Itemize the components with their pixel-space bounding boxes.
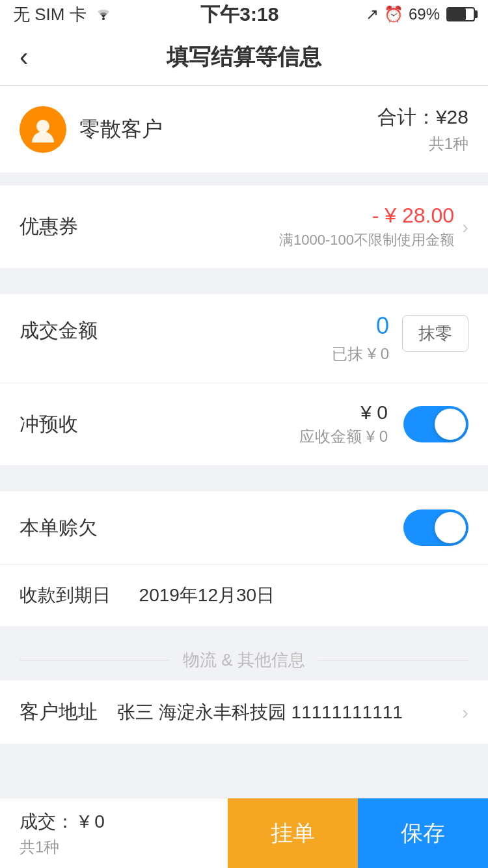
address-label: 客户地址 (20, 699, 98, 726)
debt-toggle[interactable] (403, 509, 468, 546)
customer-left: 零散客户 (20, 106, 163, 153)
prepay-label: 冲预收 (20, 411, 78, 438)
prepay-sub: 应收金额 ¥ 0 (299, 426, 388, 447)
amount-right: 0 已抹 ¥ 0 抹零 (332, 312, 468, 364)
bottom-summary: 成交： ¥ 0 共1种 (0, 809, 228, 858)
debt-toggle-knob (435, 512, 466, 543)
bottom-deal-label: 成交： (20, 811, 74, 832)
customer-section: 零散客户 合计：¥28 共1种 (0, 86, 488, 172)
prepay-toggle[interactable] (403, 406, 468, 442)
wifi-icon (93, 5, 114, 25)
prepay-value: ¥ 0 (299, 401, 388, 424)
divider-1 (0, 281, 488, 294)
coupon-right: - ¥ 28.00 满1000-100不限制使用金额 › (279, 204, 468, 250)
customer-row: 零散客户 合计：¥28 共1种 (0, 86, 488, 172)
hang-button[interactable]: 挂单 (228, 798, 358, 869)
address-value: 张三 海淀永丰科技园 11111111111 (117, 700, 462, 725)
bottom-deal-amount: ¥ 0 (79, 811, 105, 832)
location-icon: ↗ (366, 5, 379, 23)
total-count: 共1种 (377, 133, 468, 154)
address-row[interactable]: 客户地址 张三 海淀永丰科技园 11111111111 › (0, 681, 488, 744)
debt-label: 本单赊欠 (20, 515, 98, 541)
address-section: 客户地址 张三 海淀永丰科技园 11111111111 › (0, 681, 488, 744)
carrier-text: 无 SIM 卡 (13, 3, 87, 26)
status-right: ↗ ⏰ 69% (366, 5, 475, 23)
coupon-label: 优惠券 (20, 213, 78, 240)
bottom-count: 共1种 (20, 837, 208, 858)
total-amount: 合计：¥28 (377, 104, 468, 131)
prepay-right: ¥ 0 应收金额 ¥ 0 (299, 401, 468, 447)
amount-label: 成交金额 (20, 312, 98, 344)
debt-row: 本单赊欠 (0, 491, 488, 564)
alarm-icon: ⏰ (384, 5, 403, 23)
duedate-label: 收款到期日 (20, 585, 111, 605)
amount-value: 0 (332, 312, 389, 340)
prepay-row: 冲预收 ¥ 0 应收金额 ¥ 0 (0, 383, 488, 465)
battery-icon (446, 7, 475, 21)
amount-sub: 已抹 ¥ 0 (332, 344, 389, 364)
status-left: 无 SIM 卡 (13, 3, 114, 26)
svg-point-0 (102, 18, 105, 20)
duedate-row: 收款到期日 2019年12月30日 (0, 564, 488, 626)
divider-2 (0, 478, 488, 491)
coupon-discount: - ¥ 28.00 (279, 204, 454, 228)
bottom-bar: 成交： ¥ 0 共1种 挂单 保存 (0, 798, 488, 868)
page-title: 填写结算等信息 (167, 42, 321, 72)
duedate-spacer (116, 585, 134, 605)
amount-section: 成交金额 0 已抹 ¥ 0 抹零 冲预收 ¥ 0 应收金额 ¥ 0 (0, 294, 488, 465)
battery-percent: 69% (409, 5, 440, 23)
round-button[interactable]: 抹零 (402, 315, 468, 352)
bottom-deal-row: 成交： ¥ 0 (20, 809, 208, 834)
coupon-section: 优惠券 - ¥ 28.00 满1000-100不限制使用金额 › (0, 185, 488, 268)
coupon-value-block: - ¥ 28.00 满1000-100不限制使用金额 (279, 204, 454, 250)
prepay-value-block: ¥ 0 应收金额 ¥ 0 (299, 401, 388, 447)
save-button[interactable]: 保存 (358, 798, 488, 869)
duedate-value: 2019年12月30日 (139, 585, 275, 605)
svg-point-1 (36, 120, 49, 133)
customer-name: 零散客户 (79, 115, 163, 144)
content: 零散客户 合计：¥28 共1种 优惠券 - ¥ 28.00 满1000-100不… (0, 86, 488, 835)
back-button[interactable]: ‹ (20, 42, 28, 72)
duedate-text: 收款到期日 2019年12月30日 (20, 585, 275, 605)
logistics-label: 物流 & 其他信息 (170, 649, 318, 671)
logistics-divider: 物流 & 其他信息 (0, 639, 488, 681)
customer-avatar (20, 106, 66, 153)
status-time: 下午3:18 (200, 1, 278, 28)
toggle-knob (435, 409, 466, 440)
status-bar: 无 SIM 卡 下午3:18 ↗ ⏰ 69% (0, 0, 488, 29)
coupon-desc: 满1000-100不限制使用金额 (279, 230, 454, 250)
customer-total: 合计：¥28 共1种 (377, 104, 468, 154)
amount-row: 成交金额 0 已抹 ¥ 0 抹零 (20, 312, 468, 364)
amount-row-container: 成交金额 0 已抹 ¥ 0 抹零 (0, 294, 488, 383)
amount-value-block: 0 已抹 ¥ 0 (332, 312, 389, 364)
debt-section: 本单赊欠 收款到期日 2019年12月30日 (0, 491, 488, 626)
chevron-right-icon: › (462, 216, 468, 238)
nav-bar: ‹ 填写结算等信息 (0, 29, 488, 86)
address-chevron-icon: › (462, 701, 468, 724)
coupon-row[interactable]: 优惠券 - ¥ 28.00 满1000-100不限制使用金额 › (0, 185, 488, 268)
